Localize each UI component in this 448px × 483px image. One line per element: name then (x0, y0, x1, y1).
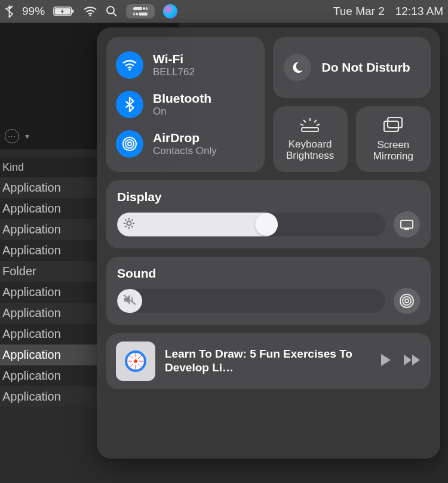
moon-icon (284, 54, 311, 81)
svg-point-11 (128, 69, 130, 70)
battery-percent: 99% (22, 5, 45, 18)
svg-rect-1 (72, 10, 74, 13)
svg-point-18 (127, 221, 131, 226)
svg-point-20 (405, 299, 409, 303)
screen-mirroring-icon (382, 116, 404, 136)
svg-rect-17 (388, 118, 402, 128)
svg-rect-15 (302, 128, 318, 131)
menubar-date[interactable]: Tue Mar 2 (333, 5, 385, 18)
more-actions-icon[interactable]: ··· (5, 129, 19, 143)
bluetooth-icon (116, 91, 143, 118)
svg-point-25 (134, 359, 137, 363)
sound-section: Sound (106, 257, 431, 325)
svg-rect-16 (384, 121, 398, 131)
media-app-icon (116, 342, 155, 381)
keyboard-brightness-button[interactable]: Keyboard Brightness (273, 106, 348, 172)
media-title: Learn To Draw: 5 Fun Exercises To Develo… (165, 347, 370, 375)
battery-charging-icon[interactable] (53, 6, 75, 17)
airdrop-title: AirDrop (153, 131, 217, 145)
airdrop-subtitle: Contacts Only (153, 145, 217, 157)
menubar-time[interactable]: 12:13 AM (395, 5, 443, 18)
bluetooth-toggle[interactable]: Bluetooth On (116, 85, 255, 124)
chevron-down-icon[interactable]: ▾ (25, 131, 29, 141)
bluetooth-subtitle: On (153, 106, 211, 118)
wifi-subtitle: BELL762 (153, 66, 195, 78)
svg-point-12 (128, 142, 131, 146)
airdrop-toggle[interactable]: AirDrop Contacts Only (116, 124, 255, 164)
next-track-button[interactable] (403, 354, 421, 368)
wifi-icon (116, 51, 143, 79)
svg-rect-19 (401, 220, 413, 228)
bluetooth-menu-icon[interactable] (5, 5, 14, 18)
spotlight-search-icon[interactable] (106, 5, 118, 17)
display-section: Display (106, 180, 431, 248)
wifi-title: Wi-Fi (153, 52, 195, 66)
screen-mirroring-button[interactable]: Screen Mirroring (356, 106, 431, 172)
network-card: Wi-Fi BELL762 Bluetooth On AirDrop (106, 37, 265, 172)
wifi-menu-icon[interactable] (83, 6, 97, 17)
sun-icon (123, 217, 135, 232)
svg-point-10 (136, 13, 139, 16)
control-center-panel: Wi-Fi BELL762 Bluetooth On AirDrop (97, 27, 440, 459)
siri-icon[interactable] (163, 4, 177, 19)
screen-mirroring-label: Screen Mirroring (358, 139, 428, 162)
airdrop-icon (116, 130, 143, 158)
do-not-disturb-toggle[interactable]: Do Not Disturb (273, 37, 431, 98)
sound-output-button[interactable] (394, 288, 420, 314)
sound-volume-slider[interactable] (117, 289, 385, 313)
svg-point-21 (403, 297, 411, 305)
sound-title: Sound (117, 266, 420, 281)
keyboard-brightness-label: Keyboard Brightness (275, 139, 345, 162)
svg-point-7 (143, 7, 146, 10)
control-center-menu-icon[interactable] (126, 4, 155, 19)
wifi-toggle[interactable]: Wi-Fi BELL762 (116, 45, 255, 85)
svg-point-3 (90, 15, 91, 17)
display-brightness-slider[interactable] (117, 213, 385, 236)
svg-point-13 (125, 140, 134, 148)
display-options-button[interactable] (394, 211, 420, 238)
menu-bar: 99% Tue Mar 2 12:13 AM (0, 0, 448, 23)
now-playing-card[interactable]: Learn To Draw: 5 Fun Exercises To Develo… (106, 333, 431, 389)
bluetooth-title: Bluetooth (153, 91, 211, 106)
play-button[interactable] (379, 353, 392, 370)
display-title: Display (117, 190, 420, 204)
keyboard-brightness-icon (298, 117, 322, 135)
svg-point-4 (107, 7, 114, 14)
speaker-muted-icon (123, 294, 136, 308)
dnd-title: Do Not Disturb (322, 60, 410, 75)
